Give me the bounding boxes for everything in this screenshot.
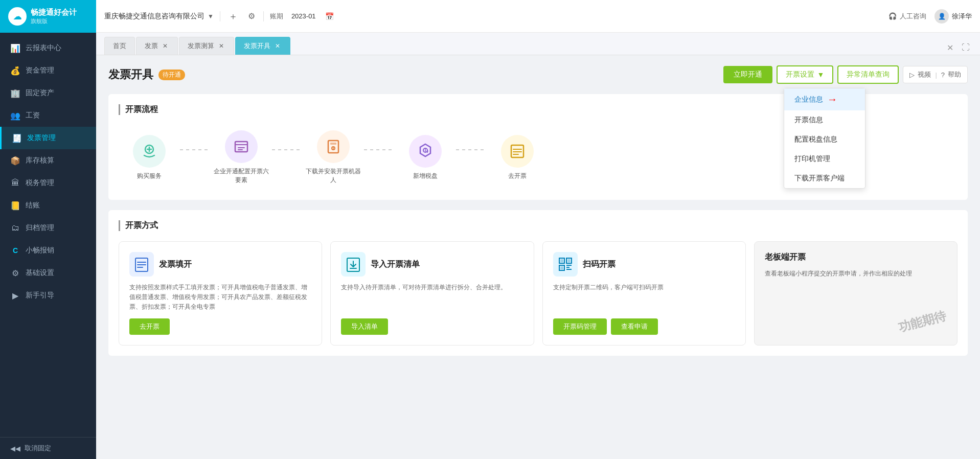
- play-circle-icon: ▷: [909, 71, 915, 79]
- header-right: 🎧 人工咨询 👤 徐泽华: [888, 9, 972, 24]
- consult-button[interactable]: 🎧 人工咨询: [888, 12, 926, 21]
- money-icon: 💰: [10, 65, 20, 76]
- invoice-icon: 🧾: [12, 133, 22, 143]
- step-icon-download: [317, 130, 350, 163]
- tax-icon: 🏛: [10, 178, 20, 188]
- billing-card-boss: 老板端开票 查看老板端小程序提交的开票申请，并作出相应的处理 功能期待: [754, 241, 958, 346]
- svg-rect-30: [560, 259, 563, 262]
- flow-line-2: [272, 149, 303, 150]
- sidebar-nav: 📊 云报表中心 💰 资金管理 🏢 固定资产 👥 工资 🧾 发票管理 📦: [0, 33, 96, 437]
- sidebar-item-settings[interactable]: ⚙ 基础设置: [0, 262, 96, 284]
- close-window-button[interactable]: ✕: [945, 41, 955, 55]
- tab-invoice-close[interactable]: ✕: [161, 42, 169, 50]
- svg-text:+: +: [426, 149, 429, 153]
- dropdown-item-company-info[interactable]: 企业信息 →: [784, 88, 865, 110]
- header-settings-icon[interactable]: ⚙: [246, 9, 257, 23]
- abnormal-list-button[interactable]: 异常清单查询: [837, 65, 899, 84]
- expand-window-button[interactable]: ⛶: [960, 41, 972, 55]
- flow-line-4: [456, 149, 487, 150]
- calendar-icon[interactable]: 📅: [325, 12, 334, 20]
- header-actions: 立即开通 开票设置 ▼ 异常清单查询 ▷ 视频 | ? 帮助: [723, 65, 968, 84]
- header-divider-1: [220, 11, 220, 21]
- flow-step-1: 购买服务: [119, 135, 180, 180]
- buy-service-icon: [140, 142, 158, 160]
- header-divider-2: [263, 11, 264, 21]
- question-icon: ?: [941, 71, 945, 79]
- sidebar-item-kucun[interactable]: 📦 库存核算: [0, 149, 96, 172]
- dropdown-item-printer[interactable]: 打印机管理: [784, 149, 865, 169]
- sidebar-item-guide[interactable]: ▶ 新手引导: [0, 284, 96, 307]
- user-info[interactable]: 👤 徐泽华: [935, 9, 972, 24]
- add-company-button[interactable]: ＋: [226, 8, 240, 25]
- sidebar-item-zijin[interactable]: 💰 资金管理: [0, 59, 96, 82]
- gear-icon: ⚙: [10, 268, 20, 278]
- sidebar-item-guidang[interactable]: 🗂 归档管理: [0, 217, 96, 239]
- building-icon: 🏢: [10, 88, 20, 98]
- flow-line-3: [364, 149, 395, 150]
- sidebar: ☁ 畅捷通好会计 旗舰版 📊 云报表中心 💰 资金管理 🏢 固定资产 👥: [0, 0, 96, 459]
- billing-card-boss-header: 老板端开票: [765, 252, 947, 263]
- play-icon: ▶: [10, 290, 20, 301]
- billing-card-fill: 发票填开 支持按照发票样式手工填开发票；可开具增值税电子普通发票、增值税普通发票…: [119, 241, 322, 346]
- scan-invoice-icon: [553, 252, 578, 277]
- dropdown-item-download-client[interactable]: 下载开票客户端: [784, 169, 865, 188]
- tab-invoice-issue[interactable]: 发票开具 ✕: [235, 37, 290, 55]
- step-icon-config: [225, 130, 258, 163]
- video-help-button[interactable]: ▷ 视频 | ? 帮助: [903, 66, 968, 83]
- headset-icon: 🎧: [888, 12, 897, 20]
- svg-rect-32: [560, 266, 563, 269]
- billing-grid: 发票填开 支持按照发票样式手工填开发票；可开具增值税电子普通发票、增值税普通发票…: [119, 241, 958, 346]
- tab-calc-close[interactable]: ✕: [217, 42, 225, 50]
- billing-card-scan: 扫码开票 支持定制开票二维码，客户端可扫码开票 开票码管理 查看申请: [542, 241, 746, 346]
- tabs-bar: 首页 发票 ✕ 发票测算 ✕ 发票开具 ✕ ✕ ⛶: [96, 33, 980, 55]
- sidebar-item-gudingzichan[interactable]: 🏢 固定资产: [0, 82, 96, 104]
- sidebar-logo: ☁ 畅捷通好会计 旗舰版: [0, 0, 96, 33]
- dropdown-item-invoice-info[interactable]: 开票信息: [784, 110, 865, 130]
- app-header: 重庆畅捷交通信息咨询有限公司 ▼ ＋ ⚙ 账期 2023-01 📅 🎧 人工咨询…: [96, 0, 980, 33]
- logo-icon: ☁: [8, 7, 27, 26]
- page-title-area: 发票开具 待开通: [108, 67, 185, 82]
- window-controls: ✕ ⛶: [945, 41, 972, 55]
- sidebar-item-gongzi[interactable]: 👥 工资: [0, 104, 96, 127]
- flow-step-5: 去开票: [487, 135, 548, 180]
- page-title: 发票开具: [108, 67, 153, 82]
- chart-icon: 📊: [10, 43, 20, 53]
- fill-invoice-button[interactable]: 去开票: [129, 318, 170, 335]
- svg-rect-31: [567, 259, 571, 262]
- sidebar-item-baoxiao[interactable]: C 小畅报销: [0, 239, 96, 262]
- fill-invoice-icon: [129, 252, 154, 277]
- people-icon: 👥: [10, 110, 20, 121]
- red-arrow-indicator: →: [827, 94, 837, 105]
- flow-step-4: + 新增税盘: [395, 135, 456, 180]
- tab-invoice-calc[interactable]: 发票测算 ✕: [179, 37, 234, 55]
- pin-icon: ◀◀: [10, 445, 20, 452]
- flow-line-1: [180, 149, 211, 150]
- sidebar-item-jiezhang[interactable]: 📒 结账: [0, 194, 96, 217]
- billing-card-import-header: 导入开票清单: [341, 252, 523, 277]
- download-icon: [324, 137, 343, 156]
- billing-card-import: 导入开票清单 支持导入待开票清单，可对待开票清单进行拆分、合并处理。 导入清单: [330, 241, 534, 346]
- qrcode-manage-button[interactable]: 开票码管理: [553, 318, 607, 335]
- book-icon: 📒: [10, 200, 20, 211]
- content-area: 发票开具 待开通 立即开通 开票设置 ▼ 异常清单查询 ▷ 视频 | ?: [96, 55, 980, 459]
- activate-button[interactable]: 立即开通: [723, 66, 772, 83]
- settings-button[interactable]: 开票设置 ▼: [777, 65, 834, 84]
- step-icon-buy: [133, 135, 166, 168]
- svg-rect-8: [330, 143, 336, 145]
- company-selector[interactable]: 重庆畅捷交通信息咨询有限公司 ▼: [104, 12, 214, 21]
- billing-section-title: 开票方式: [119, 220, 958, 231]
- import-list-button[interactable]: 导入清单: [341, 318, 388, 335]
- expense-icon: C: [10, 245, 20, 256]
- sidebar-item-fapiao[interactable]: 🧾 发票管理: [0, 127, 96, 149]
- tab-issue-close[interactable]: ✕: [274, 42, 282, 50]
- sidebar-bottom-action[interactable]: ◀◀ 取消固定: [0, 437, 96, 459]
- dropdown-item-tax-config[interactable]: 配置税盘信息: [784, 130, 865, 149]
- sidebar-item-shuiwu[interactable]: 🏛 税务管理: [0, 172, 96, 194]
- sidebar-item-yunbao[interactable]: 📊 云报表中心: [0, 37, 96, 59]
- tab-home[interactable]: 首页: [104, 37, 135, 55]
- view-application-button[interactable]: 查看申请: [611, 318, 658, 335]
- tab-invoice[interactable]: 发票 ✕: [136, 37, 178, 55]
- archive-icon: 🗂: [10, 223, 20, 233]
- billing-card-fill-header: 发票填开: [129, 252, 311, 277]
- step-icon-taxdisk: +: [409, 135, 442, 168]
